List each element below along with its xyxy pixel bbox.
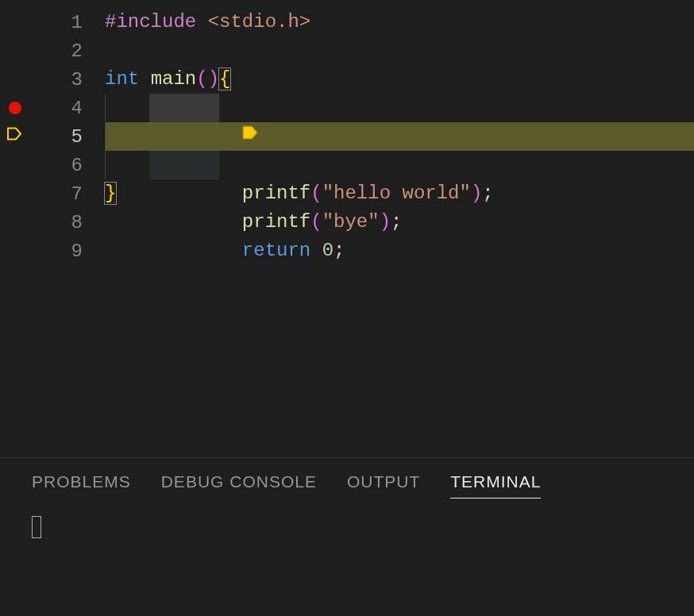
line-number: 1 xyxy=(71,12,105,33)
line-number: 5 xyxy=(71,126,105,148)
code-line[interactable] xyxy=(105,208,694,237)
line-number: 8 xyxy=(71,212,105,233)
bottom-panel: PROBLEMS DEBUG CONSOLE OUTPUT TERMINAL xyxy=(0,457,694,616)
tab-problems[interactable]: PROBLEMS xyxy=(32,472,131,499)
token-directive: #include xyxy=(105,11,196,33)
code-editor[interactable]: 1 2 3 4 5 6 7 8 9 #include <stdio.h> xyxy=(0,0,694,457)
line-number: 2 xyxy=(71,40,105,62)
token-brace: { xyxy=(218,67,231,90)
terminal-cursor xyxy=(32,516,41,538)
token-include-path: <stdio.h> xyxy=(208,11,311,33)
line-number: 4 xyxy=(71,98,105,119)
code-content[interactable]: #include <stdio.h> int main(){ printf("h… xyxy=(105,8,694,265)
code-line[interactable]: } xyxy=(105,179,694,208)
token-brace: } xyxy=(104,182,117,205)
code-line[interactable]: #include <stdio.h> xyxy=(105,8,694,37)
tab-debug-console[interactable]: DEBUG CONSOLE xyxy=(161,472,317,499)
code-line-current[interactable]: printf("bye"); xyxy=(105,122,694,151)
tab-terminal[interactable]: TERMINAL xyxy=(450,472,541,499)
code-line[interactable]: int main(){ xyxy=(105,65,694,94)
breakpoint-icon[interactable] xyxy=(8,101,22,115)
line-number: 9 xyxy=(71,241,105,262)
code-line[interactable]: return 0; xyxy=(105,151,694,179)
token-space xyxy=(196,11,207,33)
gutter: 1 2 3 4 5 6 7 8 9 xyxy=(0,8,105,265)
token-space xyxy=(139,68,150,90)
terminal-content[interactable] xyxy=(0,506,694,616)
line-number: 7 xyxy=(71,183,105,205)
tab-output[interactable]: OUTPUT xyxy=(347,472,420,499)
token-paren: ( xyxy=(196,68,207,90)
token-function: main xyxy=(151,68,197,90)
code-line[interactable] xyxy=(105,237,694,265)
execution-pointer-icon xyxy=(6,126,22,148)
code-line[interactable] xyxy=(105,37,694,65)
panel-tabs: PROBLEMS DEBUG CONSOLE OUTPUT TERMINAL xyxy=(0,458,694,506)
line-number: 3 xyxy=(71,69,105,90)
token-paren: ) xyxy=(208,68,219,90)
line-number: 6 xyxy=(71,155,105,176)
token-keyword: int xyxy=(105,68,139,90)
